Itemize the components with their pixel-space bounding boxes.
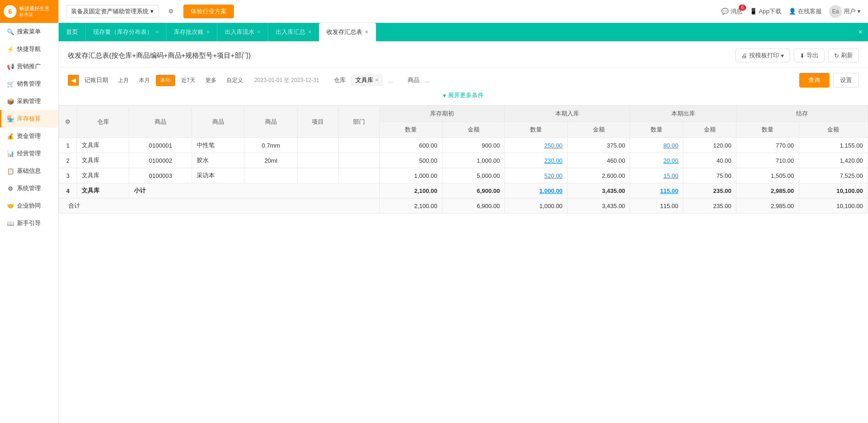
sidebar-item-marketing[interactable]: 📢 营销推广	[0, 58, 58, 75]
subtotal-opening-qty: 2,100.00	[380, 183, 442, 198]
sidebar-item-system[interactable]: ⚙ 系统管理	[0, 180, 58, 197]
cell-opening-qty-2: 1,000.00	[380, 168, 442, 183]
operations-icon: 📊	[7, 150, 14, 157]
subtotal-no: 4	[59, 183, 77, 198]
filter-toggle-button[interactable]: ◀	[68, 75, 79, 86]
cell-opening-qty-0: 600.00	[380, 138, 442, 153]
tab-inout-flow-label: 出入库流水	[225, 28, 254, 36]
tab-inout-summary-close[interactable]: ×	[308, 29, 311, 35]
system-select[interactable]: 装备及固定资产辅助管理系统 ▾	[66, 5, 159, 18]
sidebar-item-operations[interactable]: 📊 经营管理	[0, 145, 58, 162]
warehouse-tag[interactable]: 文具库 ×	[351, 75, 382, 86]
sidebar-item-basic-info[interactable]: 📋 基础信息	[0, 162, 58, 180]
tab-batch-close[interactable]: ×	[206, 29, 210, 35]
cell-in-qty-1[interactable]: 230.00	[505, 153, 568, 168]
table-settings-icon[interactable]: ⚙	[64, 118, 72, 126]
tab-inventory-dist[interactable]: 现存量（库存分布表） ×	[86, 23, 166, 41]
col-header-department: 部门	[338, 106, 380, 138]
cell-out-qty-2[interactable]: 15.00	[630, 168, 683, 183]
tab-batch[interactable]: 库存批次账 ×	[166, 23, 217, 41]
cell-out-qty-1[interactable]: 20.00	[630, 153, 683, 168]
warehouse-filter-label: 仓库	[334, 76, 346, 84]
messages-button[interactable]: 💬 消息 6	[721, 7, 742, 16]
table-row: 1 文具库 0100001 中性笔 0.7mm 600.00 900.00 25…	[59, 138, 868, 153]
date-btn-this-month[interactable]: 本月	[135, 75, 154, 86]
tab-close-all-icon[interactable]: ×	[853, 28, 868, 36]
print-button[interactable]: 🖨 按模板打印 ▾	[735, 49, 790, 62]
cell-in-qty-0[interactable]: 250.00	[505, 138, 568, 153]
cell-project-1	[298, 153, 339, 168]
logo-text: 畅捷通好生意 标准版	[19, 5, 50, 18]
query-button[interactable]: 查询	[799, 73, 829, 88]
warehouse-more-icon[interactable]: ...	[388, 77, 393, 84]
subtotal-in-qty[interactable]: 1,000.00	[505, 183, 568, 198]
cell-in-amt-2: 2,600.00	[567, 168, 630, 183]
sidebar-item-guide[interactable]: 📖 新手引导	[0, 214, 58, 232]
date-btn-this-year[interactable]: 本年	[156, 75, 175, 86]
export-button[interactable]: ⬇ 导出	[794, 49, 824, 62]
total-opening-amt: 6,900.00	[442, 198, 505, 214]
sidebar-item-quick-nav[interactable]: ⚡ 快捷导航	[0, 40, 58, 58]
expand-more-button[interactable]: ▾ 展开更多条件	[68, 91, 859, 99]
date-btn-custom[interactable]: 自定义	[222, 75, 247, 86]
tabbar: 首页 现存量（库存分布表） × 库存批次账 × 出入库流水 × 出入库汇总 × …	[59, 23, 868, 41]
sidebar-item-finance[interactable]: 💰 资金管理	[0, 127, 58, 145]
topbar: 装备及固定资产辅助管理系统 ▾ ⚙ 体验行业方案 💬 消息 6 📱 App下载 …	[59, 0, 868, 23]
sidebar-label-system: 系统管理	[17, 184, 41, 192]
subtotal-balance-amt: 10,100.00	[799, 183, 868, 198]
purchase-icon: 📦	[7, 98, 14, 105]
tab-inventory-dist-close[interactable]: ×	[155, 29, 159, 35]
cell-out-amt-0: 120.00	[683, 138, 736, 153]
total-balance-amt: 10,100.00	[799, 198, 868, 214]
tab-inout-flow-close[interactable]: ×	[257, 29, 260, 35]
cell-spec-2	[244, 168, 298, 183]
date-btn-more[interactable]: 更多	[201, 75, 221, 86]
filter-settings-button[interactable]: 设置	[833, 73, 859, 88]
cell-balance-qty-2: 1,505.00	[736, 168, 799, 183]
tab-inout-summary[interactable]: 出入库汇总 ×	[268, 23, 319, 41]
refresh-button[interactable]: ↻ 刷新	[828, 49, 859, 62]
tab-inout-flow[interactable]: 出入库流水 ×	[217, 23, 268, 41]
sidebar-item-inventory[interactable]: 🏪 库存核算	[0, 110, 58, 127]
tab-receive-summary[interactable]: 收发存汇总表 ×	[319, 23, 376, 41]
cell-in-qty-2[interactable]: 520.00	[505, 168, 568, 183]
online-service-button[interactable]: 👤 在线客服	[789, 7, 822, 16]
sidebar-item-search[interactable]: 🔍 搜索菜单	[0, 23, 58, 40]
cell-opening-amt-0: 900.00	[442, 138, 505, 153]
finance-icon: 💰	[7, 132, 14, 140]
settings-gear-icon[interactable]: ⚙	[164, 5, 178, 18]
experience-button[interactable]: 体验行业方案	[183, 5, 234, 18]
sidebar-item-sales[interactable]: 🛒 销售管理	[0, 75, 58, 93]
user-button[interactable]: Ea 用户 ▾	[829, 5, 861, 18]
date-btn-7days[interactable]: 近7天	[177, 75, 199, 86]
subtotal-opening-amt: 6,900.00	[442, 183, 505, 198]
warehouse-tag-remove-icon[interactable]: ×	[375, 77, 378, 83]
sidebar-label-operations: 经营管理	[17, 149, 41, 158]
goods-more-icon[interactable]: ...	[425, 77, 430, 84]
cell-dept-0	[338, 138, 380, 153]
avatar: Ea	[829, 5, 842, 18]
sidebar-label-enterprise: 企业协同	[17, 202, 41, 210]
subtotal-out-qty[interactable]: 115.00	[630, 183, 683, 198]
app-download-button[interactable]: 📱 App下载	[750, 7, 781, 16]
total-out-qty: 115.00	[630, 198, 683, 214]
sidebar-item-enterprise[interactable]: 🤝 企业协同	[0, 197, 58, 214]
col-header-balance: 结存	[736, 106, 868, 122]
col-header-in: 本期入库	[505, 106, 630, 122]
col-header-goods-name: 商品	[192, 106, 244, 138]
guide-icon: 📖	[7, 220, 14, 227]
cell-out-amt-2: 75.00	[683, 168, 736, 183]
subtotal-row: 4 文具库 小计 2,100.00 6,900.00 1,000.00 3,43…	[59, 183, 868, 198]
date-btn-last-month[interactable]: 上月	[114, 75, 133, 86]
tab-home[interactable]: 首页	[59, 23, 86, 41]
tab-receive-summary-close[interactable]: ×	[365, 29, 368, 35]
cell-out-qty-0[interactable]: 80.00	[630, 138, 683, 153]
cell-no-0: 1	[59, 138, 77, 153]
cell-dept-1	[338, 153, 380, 168]
table-row: 3 文具库 0100003 采访本 1,000.00 5,000.00 520.…	[59, 168, 868, 183]
sidebar-item-purchase[interactable]: 📦 采购管理	[0, 93, 58, 110]
col-opening-amt: 金额	[442, 122, 505, 138]
page-header: 收发存汇总表(按仓库+商品编码+商品+规格型号+项目+部门) 🖨 按模板打印 ▾…	[59, 41, 868, 67]
topbar-right: 💬 消息 6 📱 App下载 👤 在线客服 Ea 用户 ▾	[721, 5, 861, 18]
cell-no-1: 2	[59, 153, 77, 168]
